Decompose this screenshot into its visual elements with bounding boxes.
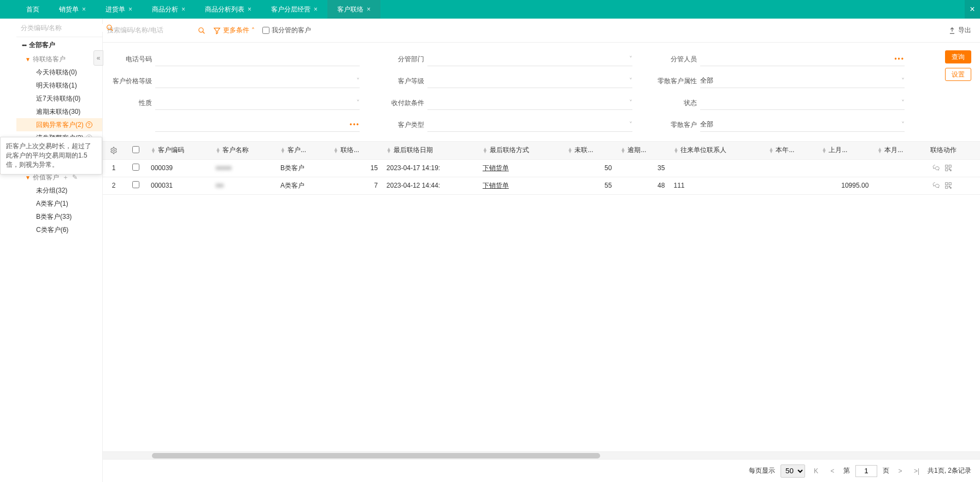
last-way-link[interactable]: 下销货单 (483, 182, 509, 189)
filter-input[interactable] (155, 52, 360, 66)
column-header[interactable]: ▲▼本年... (765, 142, 818, 159)
column-header[interactable]: 联络动作 (926, 142, 980, 159)
row-checkbox[interactable] (125, 177, 146, 194)
column-header[interactable]: ▲▼往来单位联系人 (669, 142, 764, 159)
search-icon[interactable] (198, 26, 206, 34)
tab-purchase-order[interactable]: 进货单× (96, 0, 142, 19)
row-checkbox[interactable] (125, 159, 146, 177)
column-header[interactable]: ▲▼未联... (563, 142, 616, 159)
column-header[interactable]: ▲▼上月... (818, 142, 873, 159)
checkbox[interactable] (262, 27, 269, 34)
table-row[interactable]: 2000031■■A类客户72023-04-12 14:44:下销货单55481… (103, 177, 980, 194)
sort-icon: ▲▼ (216, 148, 221, 153)
tab-product-analysis-list[interactable]: 商品分析列表× (195, 0, 261, 19)
wechat-icon[interactable] (932, 164, 940, 172)
search-input[interactable] (107, 26, 198, 34)
sidebar-group-pending[interactable]: ▼ 待联络客户 (16, 53, 102, 66)
column-header[interactable]: ▲▼逾期... (616, 142, 669, 159)
sort-icon: ▲▼ (567, 148, 572, 153)
settings-button[interactable]: 设置 (945, 68, 971, 81)
filter-input[interactable]: 全部˅ (700, 118, 905, 132)
filter-input[interactable]: 全部˅ (700, 74, 905, 88)
close-icon[interactable]: × (314, 5, 318, 13)
filter-input[interactable]: ˅ (427, 52, 632, 66)
column-header[interactable]: ▲▼最后联络日期 (382, 142, 478, 159)
filter-input[interactable]: ˅ (427, 96, 632, 110)
sidebar-item-a[interactable]: A类客户(1) (16, 197, 102, 210)
sidebar-item-ungrouped[interactable]: 未分组(32) (16, 184, 102, 197)
close-all-button[interactable]: × (965, 0, 980, 19)
cell-grade: B类客户 (276, 159, 329, 177)
tab-product-analysis[interactable]: 商品分析× (142, 0, 195, 19)
filter-input[interactable]: ••• (155, 118, 360, 132)
sidebar-all-customers[interactable]: ▪▪ ▪▪ 全部客户 (16, 37, 102, 53)
filter-input[interactable]: ˅ (700, 96, 905, 110)
more-filters-toggle[interactable]: 更多条件 ˄ (213, 26, 255, 35)
tab-customer-tier[interactable]: 客户分层经营× (261, 0, 327, 19)
sidebar-item-repurchase-abnormal[interactable]: 回购异常客户(2)? (16, 118, 102, 131)
close-icon[interactable]: × (82, 5, 86, 13)
cell-this-month (873, 159, 926, 177)
column-header[interactable]: ▲▼最后联络方式 (478, 142, 564, 159)
close-icon[interactable]: × (128, 5, 132, 13)
cell-overdue: 48 (616, 177, 669, 194)
prev-page-button[interactable]: < (827, 467, 838, 475)
cell-last-way: 下销货单 (478, 177, 564, 194)
filter-input[interactable]: ˅ (427, 74, 632, 88)
sidebar-item-tomorrow[interactable]: 明天待联络(1) (16, 79, 102, 92)
page-input[interactable] (855, 465, 877, 477)
sidebar-item-overdue[interactable]: 逾期未联络(30) (16, 105, 102, 118)
cell-name: ■■■■ (212, 159, 277, 177)
my-customers-checkbox[interactable]: 我分管的客户 (262, 26, 311, 35)
table-row[interactable]: 1000039■■■■B类客户152023-04-17 14:19:下销货单50… (103, 159, 980, 177)
export-icon (948, 26, 956, 34)
cell-contact-person (669, 159, 764, 177)
more-icon[interactable]: ••• (894, 55, 905, 63)
main-panel: 更多条件 ˄ 我分管的客户 导出 电话号码分管部门˅分管人员•••客户价格等级˅… (103, 19, 980, 482)
sidebar-item-c[interactable]: C类客户(6) (16, 223, 102, 236)
query-button[interactable]: 查询 (945, 50, 971, 63)
wechat-icon[interactable] (932, 182, 940, 189)
chevron-down-icon: ˅ (356, 99, 360, 107)
last-way-link[interactable]: 下销货单 (483, 164, 509, 172)
search-icon[interactable] (106, 24, 114, 32)
table-settings-button[interactable] (103, 142, 125, 159)
next-page-button[interactable]: > (895, 467, 906, 475)
edit-icon[interactable]: ✎ (72, 173, 78, 181)
svg-rect-15 (950, 188, 952, 189)
horizontal-scrollbar[interactable] (103, 451, 980, 459)
close-icon[interactable]: × (367, 5, 371, 13)
tab-customer-contact[interactable]: 客户联络× (327, 0, 380, 19)
sidebar-search-input[interactable] (21, 24, 103, 32)
per-page-select[interactable]: 50 (781, 464, 805, 478)
cell-contact-times: 15 (329, 159, 382, 177)
column-header[interactable]: ▲▼客户... (276, 142, 329, 159)
select-all-checkbox[interactable] (125, 142, 146, 159)
sidebar-item-today[interactable]: 今天待联络(0) (16, 66, 102, 79)
sidebar-collapse-button[interactable]: « (93, 50, 103, 66)
export-button[interactable]: 导出 (948, 26, 971, 35)
more-icon[interactable]: ••• (350, 121, 360, 129)
sidebar-item-7days[interactable]: 近7天待联络(0) (16, 92, 102, 105)
filter-input[interactable]: ˅ (427, 118, 632, 132)
qr-icon[interactable] (944, 182, 952, 189)
column-header[interactable]: ▲▼联络... (329, 142, 382, 159)
help-icon[interactable]: ? (86, 121, 92, 128)
close-icon[interactable]: × (248, 5, 251, 13)
qr-icon[interactable] (944, 164, 952, 172)
tab-home[interactable]: 首页 (16, 0, 49, 19)
filter-label: 电话号码 (103, 55, 155, 64)
filter-input[interactable]: ˅ (155, 96, 360, 110)
sidebar-item-b[interactable]: B类客户(33) (16, 210, 102, 223)
column-header[interactable]: ▲▼本月... (873, 142, 926, 159)
sort-icon: ▲▼ (483, 148, 488, 153)
last-page-button[interactable]: >| (911, 467, 922, 475)
close-icon[interactable]: × (181, 5, 185, 13)
filter-input[interactable]: ••• (700, 52, 905, 66)
cell-year (765, 177, 818, 194)
column-header[interactable]: ▲▼客户名称 (212, 142, 277, 159)
column-header[interactable]: ▲▼客户编码 (146, 142, 212, 159)
tab-sales-order[interactable]: 销货单× (49, 0, 96, 19)
first-page-button[interactable]: K (811, 467, 821, 475)
filter-input[interactable]: ˅ (155, 74, 360, 88)
